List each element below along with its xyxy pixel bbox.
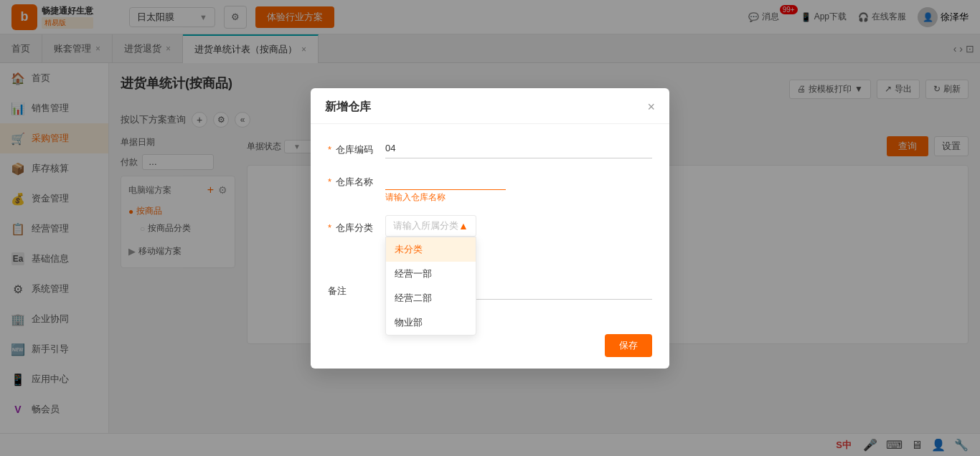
category-label: * 仓库分类 [328, 217, 385, 234]
dropdown-item-property[interactable]: 物业部 [386, 310, 476, 335]
remark-field-row: 备注 [328, 280, 652, 300]
modal-header: 新增仓库 × [311, 88, 669, 124]
modal-body: * 仓库编码 * 仓库名称 请输入仓库名称 [311, 124, 669, 326]
code-input[interactable] [385, 138, 652, 158]
dropdown-item-none[interactable]: 未分类 [386, 237, 476, 262]
modal-title: 新增仓库 [325, 100, 371, 115]
code-label: * 仓库编码 [328, 138, 385, 156]
name-field-row: * 仓库名称 请输入仓库名称 [328, 170, 652, 204]
dropdown-item-dept2[interactable]: 经营二部 [386, 286, 476, 310]
category-select[interactable]: 请输入所属分类 ▲ [385, 215, 476, 237]
modal-footer: 保存 [311, 326, 669, 369]
category-arrow-icon: ▲ [458, 220, 468, 232]
dropdown-item-dept1[interactable]: 经营一部 [386, 262, 476, 286]
modal-overlay: 新增仓库 × * 仓库编码 * 仓库名称 [0, 0, 980, 456]
category-dropdown: 未分类 经营一部 经营二部 物业部 [385, 237, 476, 336]
category-field-row: * 仓库分类 请输入所属分类 ▲ 未分类 经营一部 经营二部 [328, 215, 652, 237]
save-button[interactable]: 保存 [605, 334, 652, 357]
code-field-row: * 仓库编码 [328, 138, 652, 158]
name-input[interactable] [385, 170, 506, 190]
modal-close-button[interactable]: × [647, 100, 655, 115]
modal-new-warehouse: 新增仓库 × * 仓库编码 * 仓库名称 [311, 88, 669, 369]
name-error-msg: 请输入仓库名称 [385, 191, 446, 204]
remark-label: 备注 [328, 280, 385, 298]
name-label: * 仓库名称 [328, 171, 385, 189]
